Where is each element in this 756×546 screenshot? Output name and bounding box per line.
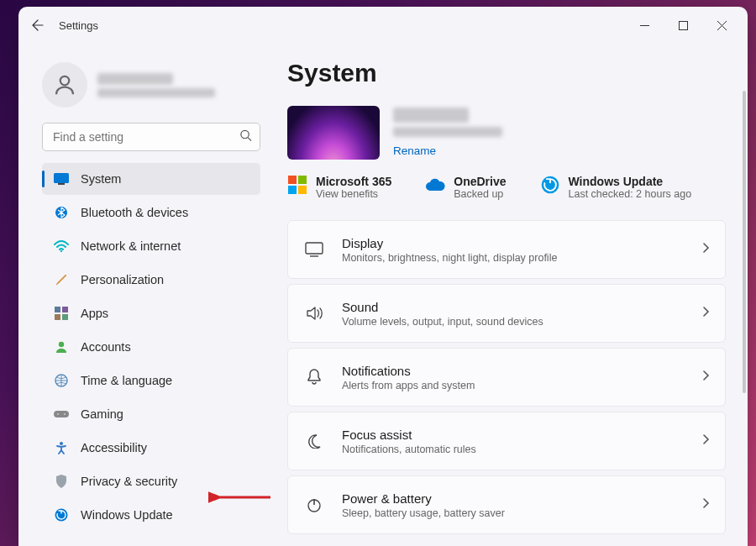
page-title: System xyxy=(287,59,726,87)
chevron-right-icon xyxy=(702,497,710,512)
svg-point-5 xyxy=(241,130,249,138)
sidebar-item-bluetooth[interactable]: Bluetooth & devices xyxy=(42,197,260,228)
shield-icon xyxy=(54,474,69,489)
status-title: Microsoft 365 xyxy=(316,175,391,188)
card-power-battery[interactable]: Power & batterySleep, battery usage, bat… xyxy=(287,475,726,534)
card-title: Display xyxy=(342,236,702,250)
status-windows-update[interactable]: Windows UpdateLast checked: 2 hours ago xyxy=(540,175,692,200)
svg-rect-12 xyxy=(62,307,68,312)
accessibility-icon xyxy=(54,440,69,455)
bluetooth-icon xyxy=(54,205,69,220)
device-name-redacted xyxy=(393,108,469,123)
svg-rect-8 xyxy=(58,183,65,185)
sidebar-item-label: Privacy & security xyxy=(81,475,177,488)
wifi-icon xyxy=(54,239,69,254)
apps-icon xyxy=(54,306,69,321)
sidebar-item-accounts[interactable]: Accounts xyxy=(42,331,260,363)
svg-rect-11 xyxy=(55,307,60,312)
accounts-icon xyxy=(54,339,69,354)
card-focus-assist[interactable]: Focus assistNotifications, automatic rul… xyxy=(287,412,726,470)
sidebar-item-windows-update[interactable]: Windows Update xyxy=(42,499,260,531)
maximize-button[interactable] xyxy=(664,12,702,39)
close-button[interactable] xyxy=(702,12,741,39)
svg-rect-14 xyxy=(62,314,68,320)
sidebar-item-label: Accounts xyxy=(81,340,131,354)
status-sub: View benefits xyxy=(316,188,391,200)
card-notifications[interactable]: NotificationsAlerts from apps and system xyxy=(287,348,726,407)
back-arrow-icon xyxy=(31,18,45,32)
card-sub: Notifications, automatic rules xyxy=(342,444,702,455)
svg-line-6 xyxy=(248,138,251,141)
card-sub: Sleep, battery usage, battery saver xyxy=(342,507,702,519)
sidebar-item-label: Apps xyxy=(81,307,108,320)
sidebar-item-label: Bluetooth & devices xyxy=(81,206,188,219)
sidebar: System Bluetooth & devices Network & int… xyxy=(18,44,270,546)
svg-point-18 xyxy=(57,413,59,415)
maximize-icon xyxy=(679,21,688,30)
minimize-icon xyxy=(640,21,649,30)
onedrive-icon xyxy=(425,175,445,195)
chevron-right-icon xyxy=(702,306,710,321)
profile-email-redacted xyxy=(97,88,215,97)
card-sub: Volume levels, output, input, sound devi… xyxy=(342,316,702,328)
avatar xyxy=(42,62,87,108)
svg-rect-24 xyxy=(306,243,323,254)
titlebar: Settings xyxy=(18,7,748,44)
status-onedrive[interactable]: OneDriveBacked up xyxy=(425,175,506,200)
chevron-right-icon xyxy=(702,242,710,257)
desktop-thumbnail[interactable] xyxy=(287,106,380,160)
chevron-right-icon xyxy=(702,433,710,449)
minimize-button[interactable] xyxy=(625,12,664,39)
profile-name-redacted xyxy=(97,73,173,85)
profile-block[interactable] xyxy=(42,62,260,108)
rename-link[interactable]: Rename xyxy=(393,144,502,157)
update-icon xyxy=(54,507,69,522)
sidebar-item-time-language[interactable]: Time & language xyxy=(42,365,260,396)
search-wrap xyxy=(42,123,260,151)
sidebar-item-label: System xyxy=(81,172,121,186)
sound-icon xyxy=(303,302,325,324)
display-icon xyxy=(303,239,325,260)
status-title: OneDrive xyxy=(454,175,506,188)
status-ms365[interactable]: Microsoft 365View benefits xyxy=(287,175,391,200)
gaming-icon xyxy=(54,407,69,422)
svg-point-20 xyxy=(60,442,63,445)
back-button[interactable] xyxy=(25,13,50,38)
sidebar-item-network[interactable]: Network & internet xyxy=(42,230,260,262)
system-icon xyxy=(54,171,69,186)
power-icon xyxy=(303,494,325,516)
globe-clock-icon xyxy=(54,373,69,388)
sidebar-item-personalization[interactable]: Personalization xyxy=(42,264,260,296)
microsoft-logo-icon xyxy=(287,175,307,195)
sidebar-item-accessibility[interactable]: Accessibility xyxy=(42,432,260,464)
search-icon xyxy=(239,129,252,145)
profile-text xyxy=(97,73,215,97)
sidebar-item-label: Network & internet xyxy=(81,239,181,253)
svg-rect-7 xyxy=(54,173,69,183)
status-sub: Last checked: 2 hours ago xyxy=(569,188,692,200)
device-hero: Rename xyxy=(287,106,726,160)
sidebar-item-system[interactable]: System xyxy=(42,163,260,195)
card-display[interactable]: DisplayMonitors, brightness, night light… xyxy=(287,220,726,279)
card-sub: Monitors, brightness, night light, displ… xyxy=(342,252,702,264)
update-status-icon xyxy=(540,175,560,195)
main-panel: System Rename Microsoft 365View benefits… xyxy=(270,44,748,546)
app-title: Settings xyxy=(59,19,98,32)
svg-point-15 xyxy=(59,342,64,347)
search-input[interactable] xyxy=(42,123,260,151)
svg-rect-13 xyxy=(55,314,60,320)
bell-icon xyxy=(303,366,325,388)
sidebar-item-apps[interactable]: Apps xyxy=(42,297,260,329)
card-sound[interactable]: SoundVolume levels, output, input, sound… xyxy=(287,284,726,343)
status-row: Microsoft 365View benefits OneDriveBacke… xyxy=(287,175,726,200)
status-title: Windows Update xyxy=(569,175,692,188)
card-sub: Alerts from apps and system xyxy=(342,380,702,391)
svg-point-19 xyxy=(64,413,66,415)
sidebar-item-gaming[interactable]: Gaming xyxy=(42,398,260,430)
moon-icon xyxy=(303,430,325,452)
status-sub: Backed up xyxy=(454,188,506,200)
sidebar-item-privacy[interactable]: Privacy & security xyxy=(42,465,260,497)
person-icon xyxy=(52,72,77,97)
scrollbar[interactable] xyxy=(743,91,746,393)
sidebar-item-label: Personalization xyxy=(81,273,164,286)
